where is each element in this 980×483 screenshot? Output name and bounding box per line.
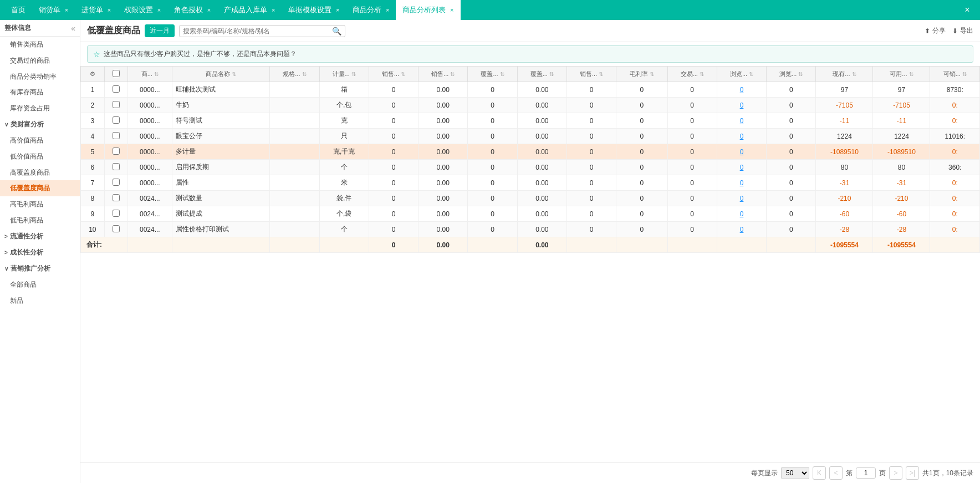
col-sales1[interactable]: 销售... ⇅ <box>369 67 418 82</box>
table-footer-row: 合计: 0 0.00 0.00 <box>81 237 980 253</box>
browse-link[interactable]: 0 <box>740 117 744 125</box>
next-page-btn[interactable]: > <box>889 466 902 480</box>
main-layout: 整体信息 « 销售类商品 交易过的商品 商品分类动销率 有库存商品 库存资金占用… <box>0 20 980 483</box>
col-cover1[interactable]: 覆盖... ⇅ <box>468 67 517 82</box>
table-row: 50000...多计量克,千克00.0000.0000000-1089510-1… <box>81 144 980 160</box>
browse-link[interactable]: 0 <box>740 148 744 156</box>
share-btn[interactable]: ⬆ 分享 <box>925 26 946 35</box>
col-sales3[interactable]: 销售... ⇅ <box>567 67 616 82</box>
sidebar-item-traded-goods[interactable]: 交易过的商品 <box>0 53 80 69</box>
col-cover2[interactable]: 覆盖... ⇅ <box>517 67 566 82</box>
table-row: 90024...测试提成个,袋00.0000.0000000-60-600: <box>81 206 980 222</box>
table-row: 20000...牛奶个,包00.0000.0000000-7105-71050: <box>81 98 980 113</box>
sidebar-item-stock-capital[interactable]: 库存资金占用 <box>0 100 80 116</box>
prev-page-btn[interactable]: < <box>829 466 843 480</box>
sidebar-item-high-coverage[interactable]: 高覆盖度商品 <box>0 165 80 181</box>
browse-link[interactable]: 0 <box>740 210 744 218</box>
flow-section-arrow: > <box>4 233 8 240</box>
nav-purchase[interactable]: 进货单 × <box>75 0 118 20</box>
col-settings[interactable]: ⚙ <box>81 67 105 82</box>
row-checkbox[interactable] <box>113 179 120 186</box>
nav-roles-close[interactable]: × <box>207 7 211 13</box>
col-checkbox[interactable] <box>104 67 127 82</box>
first-page-btn[interactable]: K <box>813 466 826 480</box>
row-checkbox[interactable] <box>113 194 120 201</box>
col-gross-rate[interactable]: 毛利率 ⇅ <box>616 67 667 82</box>
browse-link[interactable]: 0 <box>740 101 744 109</box>
nav-analysis[interactable]: 商品分析 × <box>346 0 396 20</box>
row-checkbox[interactable] <box>113 210 120 217</box>
table-header-row: ⚙ 商... ⇅ 商品名称 ⇅ 规格... ⇅ 计量... ⇅ 销售... ⇅ … <box>81 67 980 82</box>
time-filter-recent-month[interactable]: 近一月 <box>145 24 175 37</box>
col-current-stock[interactable]: 现有... ⇅ <box>816 67 873 82</box>
nav-purchase-close[interactable]: × <box>108 7 111 13</box>
table-row: 80024...测试数量袋,件00.0000.0000000-210-2100: <box>81 191 980 206</box>
page-input[interactable] <box>856 467 876 479</box>
col-name[interactable]: 商品名称 ⇅ <box>172 67 270 82</box>
table-row: 60000...启用保质期个00.0000.00000008080360: <box>81 160 980 175</box>
row-checkbox[interactable] <box>113 225 120 232</box>
col-sellable[interactable]: 可销... ⇅ <box>930 67 980 82</box>
nav-analysis-close[interactable]: × <box>386 7 389 13</box>
sidebar-item-high-value[interactable]: 高价值商品 <box>0 133 80 149</box>
col-available[interactable]: 可用... ⇅ <box>873 67 930 82</box>
sidebar-section-flow[interactable]: > 流通性分析 <box>0 228 80 245</box>
nav-permissions[interactable]: 权限设置 × <box>118 0 167 20</box>
browse-link[interactable]: 0 <box>740 164 744 171</box>
row-checkbox[interactable] <box>113 101 120 108</box>
sidebar-section-growth[interactable]: > 成长性分析 <box>0 245 80 261</box>
row-checkbox[interactable] <box>113 163 120 170</box>
sidebar-item-category-rate[interactable]: 商品分类动销率 <box>0 69 80 85</box>
col-browse1[interactable]: 浏览... ⇅ <box>717 67 766 82</box>
row-checkbox[interactable] <box>113 85 120 93</box>
col-code[interactable]: 商... ⇅ <box>127 67 172 82</box>
nav-roles[interactable]: 角色授权 × <box>167 0 217 20</box>
browse-link[interactable]: 0 <box>740 133 744 140</box>
nav-sales[interactable]: 销货单 × <box>32 0 75 20</box>
marketing-section-arrow: ∨ <box>4 266 8 272</box>
col-browse2[interactable]: 浏览... ⇅ <box>767 67 816 82</box>
nav-analysis-list[interactable]: 商品分析列表 × <box>396 0 460 20</box>
sidebar-collapse-btn[interactable]: « <box>71 24 75 33</box>
nav-products[interactable]: 产成品入库单 × <box>217 0 282 20</box>
browse-link[interactable]: 0 <box>740 195 744 202</box>
select-all-checkbox[interactable] <box>113 70 120 77</box>
table-container[interactable]: ⚙ 商... ⇅ 商品名称 ⇅ 规格... ⇅ 计量... ⇅ 销售... ⇅ … <box>80 66 980 462</box>
browse-link[interactable]: 0 <box>740 179 744 187</box>
sidebar-section-marketing[interactable]: ∨ 营销推广分析 <box>0 261 80 277</box>
browse-link[interactable]: 0 <box>740 226 744 233</box>
row-checkbox[interactable] <box>113 148 120 155</box>
nav-sales-close[interactable]: × <box>65 7 68 13</box>
export-btn[interactable]: ⬇ 导出 <box>952 26 973 35</box>
col-sales2[interactable]: 销售... ⇅ <box>418 67 468 82</box>
sidebar-item-low-value[interactable]: 低价值商品 <box>0 149 80 165</box>
col-transaction[interactable]: 交易... ⇅ <box>667 67 717 82</box>
sidebar-item-in-stock[interactable]: 有库存商品 <box>0 84 80 100</box>
sidebar-item-sales-goods[interactable]: 销售类商品 <box>0 37 80 53</box>
per-page-select[interactable]: 50 10 20 100 <box>781 467 809 479</box>
sidebar-item-high-profit[interactable]: 高毛利商品 <box>0 196 80 212</box>
search-icon[interactable]: 🔍 <box>332 27 341 35</box>
col-spec[interactable]: 规格... ⇅ <box>270 67 319 82</box>
sidebar-item-low-profit[interactable]: 低毛利商品 <box>0 212 80 228</box>
last-page-btn[interactable]: >| <box>906 466 919 480</box>
nav-analysis-list-close[interactable]: × <box>450 7 453 13</box>
row-checkbox[interactable] <box>113 116 120 124</box>
sidebar-section-wealth[interactable]: ∨ 类财富分析 <box>0 116 80 133</box>
sidebar-item-low-coverage[interactable]: 低覆盖度商品 <box>0 180 80 196</box>
nav-templates[interactable]: 单据模板设置 × <box>282 0 346 20</box>
nav-home[interactable]: 首页 <box>4 0 32 20</box>
search-box: 🔍 <box>179 25 345 37</box>
sidebar-item-new-goods[interactable]: 新品 <box>0 293 80 309</box>
sidebar-item-all-goods[interactable]: 全部商品 <box>0 277 80 293</box>
nav-permissions-close[interactable]: × <box>157 7 161 13</box>
nav-templates-close[interactable]: × <box>336 7 339 13</box>
wealth-section-arrow: ∨ <box>4 121 8 128</box>
col-unit[interactable]: 计量... ⇅ <box>319 67 369 82</box>
search-input[interactable] <box>183 27 332 35</box>
table-row: 70000...属性米00.0000.0000000-31-310: <box>81 175 980 191</box>
browse-link[interactable]: 0 <box>740 86 744 94</box>
row-checkbox[interactable] <box>113 132 120 139</box>
window-close-btn[interactable]: × <box>959 0 976 20</box>
nav-products-close[interactable]: × <box>272 7 275 13</box>
